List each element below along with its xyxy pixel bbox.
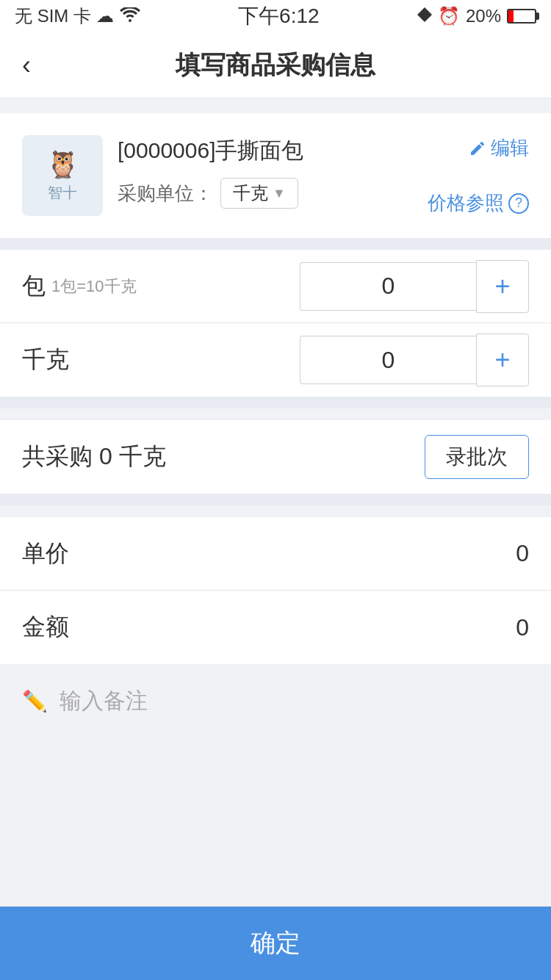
kg-number-input[interactable]: 0 [300,336,476,384]
bag-input-row: 包 1包=10千克 0 + [0,250,551,323]
divider-1 [0,238,551,250]
dropdown-arrow-icon: ▼ [273,186,286,201]
unit-price-value: 0 [516,540,529,567]
nav-bar: ‹ 填写商品采购信息 [0,32,551,98]
unit-select[interactable]: 千克 ▼ [220,178,298,209]
location-icon [417,6,432,26]
bag-number-input[interactable]: 0 [300,262,476,311]
battery-icon [507,9,536,24]
confirm-button[interactable]: 确定 [0,907,551,980]
sim-status: 无 SIM 卡 ☁ [15,4,114,28]
note-placeholder: 输入备注 [60,686,148,716]
status-left: 无 SIM 卡 ☁ [15,4,140,28]
amount-label: 金额 [22,611,516,644]
price-ref-label: 价格参照 [428,190,504,216]
status-right: ⏰ 20% [417,6,536,26]
wifi-icon [120,6,140,26]
pencil-icon: ✏️ [22,689,48,713]
total-label: 共采购 0 千克 [22,441,166,473]
divider-2 [0,397,551,408]
edit-button[interactable]: 编辑 [469,135,529,161]
bag-value: 0 [382,273,395,300]
total-row: 共采购 0 千克 录批次 [0,420,551,494]
unit-price-row: 单价 0 [0,517,551,591]
product-thumb-owl: 🦉 [46,149,79,180]
page-title: 填写商品采购信息 [176,48,375,82]
divider-3 [0,494,551,505]
amount-value: 0 [516,614,529,641]
product-name: [0000006]手撕面包 [118,135,529,166]
bag-plus-button[interactable]: + [476,260,529,313]
back-button[interactable]: ‹ [22,50,31,81]
bag-label: 包 [22,270,46,303]
price-section: 单价 0 金额 0 [0,517,551,664]
note-section[interactable]: ✏️ 输入备注 [0,666,551,737]
status-bar: 无 SIM 卡 ☁ 下午6:12 ⏰ 20% [0,0,551,32]
unit-price-label: 单价 [22,538,516,570]
total-section: 共采购 0 千克 录批次 [0,420,551,494]
unit-label: 采购单位： [118,181,213,206]
kg-value: 0 [382,347,395,374]
kg-plus-button[interactable]: + [476,334,529,386]
input-section: 包 1包=10千克 0 + 千克 0 + [0,250,551,397]
edit-label: 编辑 [491,135,529,161]
product-thumbnail: 🦉 智十 [22,135,103,216]
amount-row: 金额 0 [0,591,551,664]
unit-value: 千克 [233,181,268,205]
bag-sub-label: 1包=10千克 [51,275,137,298]
product-thumb-label: 智十 [48,183,77,203]
status-time: 下午6:12 [238,2,320,30]
kg-input-row: 千克 0 + [0,323,551,397]
kg-label: 千克 [22,344,69,376]
info-icon: ? [508,193,529,214]
battery-percent: 20% [466,6,501,26]
batch-button[interactable]: 录批次 [425,435,529,479]
price-ref-button[interactable]: 价格参照 ? [428,190,529,216]
product-card: 🦉 智十 [0000006]手撕面包 采购单位： 千克 ▼ 编辑 价格参照 ? [0,113,551,238]
alarm-icon: ⏰ [438,6,460,26]
